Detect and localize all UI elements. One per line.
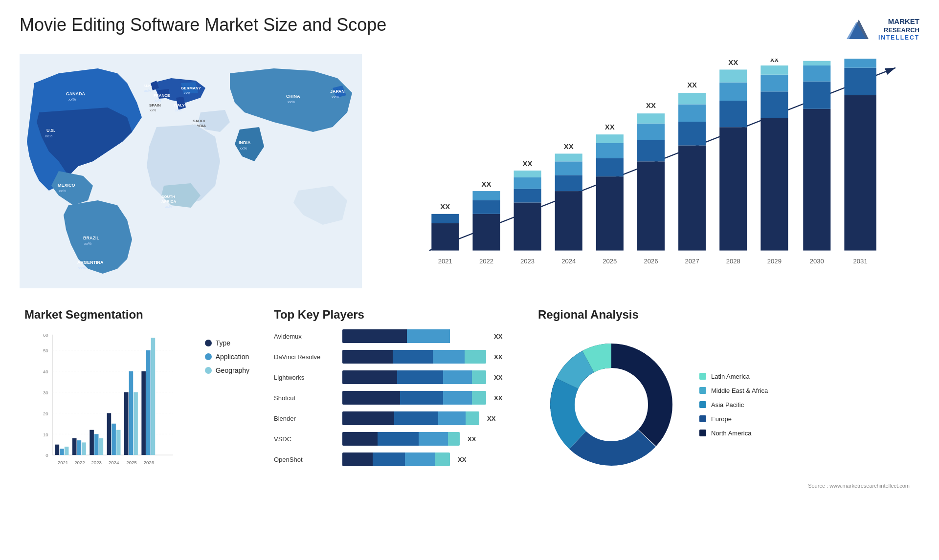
svg-rect-75 <box>719 127 747 250</box>
legend-asia-pacific: Asia Pacific <box>699 401 768 409</box>
legend-mea: Middle East & Africa <box>699 387 768 394</box>
svg-rect-58 <box>596 158 624 176</box>
svg-rect-126 <box>116 430 121 455</box>
svg-rect-128 <box>124 392 129 455</box>
bottom-section: Market Segmentation 0 10 20 30 <box>20 303 919 560</box>
svg-text:20: 20 <box>43 411 48 416</box>
svg-text:2030: 2030 <box>810 258 824 265</box>
donut-legend: Latin America Middle East & Africa Asia … <box>699 373 768 437</box>
svg-rect-45 <box>514 202 541 250</box>
svg-rect-41 <box>472 200 500 214</box>
svg-text:xx%: xx% <box>84 241 91 246</box>
svg-text:60: 60 <box>43 332 48 338</box>
legend-label-geography: Geography <box>216 366 249 374</box>
svg-rect-59 <box>596 143 624 158</box>
svg-text:2027: 2027 <box>685 258 699 265</box>
svg-text:xx%: xx% <box>59 189 66 193</box>
svg-rect-42 <box>472 191 500 200</box>
player-val: XX <box>494 374 509 381</box>
svg-text:2031: 2031 <box>853 258 868 265</box>
svg-rect-76 <box>719 101 747 127</box>
player-row-shotcut: Shotcut XX <box>274 391 509 405</box>
svg-rect-77 <box>719 83 747 101</box>
player-name: Avidemux <box>274 333 337 340</box>
svg-text:XX: XX <box>564 142 574 151</box>
legend-color-north-america <box>699 430 706 436</box>
svg-rect-54 <box>555 153 582 161</box>
svg-text:XX: XX <box>523 159 533 168</box>
player-row-vsdc: VSDC XX <box>274 432 509 446</box>
svg-rect-60 <box>596 134 624 143</box>
donut-area: Latin America Middle East & Africa Asia … <box>538 331 910 478</box>
svg-rect-121 <box>94 434 99 455</box>
player-bar <box>342 411 479 425</box>
logo-icon <box>844 15 873 44</box>
svg-rect-82 <box>760 91 788 118</box>
svg-rect-46 <box>514 189 541 202</box>
legend-europe: Europe <box>699 415 768 423</box>
legend-label: Latin America <box>711 373 750 380</box>
svg-text:MEXICO: MEXICO <box>58 183 75 188</box>
svg-rect-89 <box>803 65 830 82</box>
svg-text:GERMANY: GERMANY <box>181 86 201 90</box>
player-bar <box>342 350 486 364</box>
svg-rect-87 <box>803 109 830 251</box>
legend-label: Middle East & Africa <box>711 387 768 394</box>
legend-label: Asia Pacific <box>711 401 744 409</box>
svg-rect-65 <box>637 124 665 140</box>
svg-text:xx%: xx% <box>184 91 190 95</box>
svg-text:SPAIN: SPAIN <box>149 103 161 108</box>
svg-text:xx%: xx% <box>288 100 295 104</box>
svg-rect-120 <box>89 430 94 455</box>
player-name: VSDC <box>274 435 337 443</box>
logo-text: MARKET RESEARCH INTELLECT <box>878 17 919 42</box>
svg-text:xx%: xx% <box>150 108 156 112</box>
svg-rect-114 <box>65 447 69 455</box>
svg-text:50: 50 <box>43 348 48 353</box>
svg-text:xx%: xx% <box>175 108 181 112</box>
svg-rect-72 <box>678 93 706 104</box>
svg-rect-129 <box>129 371 134 455</box>
svg-text:BRAZIL: BRAZIL <box>83 236 99 240</box>
svg-text:U.S.: U.S. <box>46 128 55 133</box>
svg-text:2026: 2026 <box>144 460 154 465</box>
legend-color-asia-pacific <box>699 401 706 408</box>
regional-analysis: Regional Analysis Latin Americ <box>528 303 919 560</box>
player-bar <box>342 391 486 405</box>
svg-rect-70 <box>678 122 706 146</box>
legend-color-mea <box>699 387 706 394</box>
player-bar <box>342 432 460 446</box>
svg-text:CHINA: CHINA <box>286 94 300 99</box>
legend-latin-america: Latin America <box>699 373 768 380</box>
player-name: OpenShot <box>274 456 337 463</box>
svg-text:2021: 2021 <box>438 258 452 265</box>
legend-label: Europe <box>711 415 732 423</box>
player-row-avidemux: Avidemux XX <box>274 329 509 343</box>
legend-north-america: North America <box>699 430 768 437</box>
svg-rect-57 <box>596 176 624 250</box>
svg-text:2024: 2024 <box>109 460 119 465</box>
legend-geography: Geography <box>205 366 249 374</box>
svg-text:SOUTH: SOUTH <box>161 194 175 199</box>
svg-text:CANADA: CANADA <box>66 91 85 96</box>
player-name: Blender <box>274 415 337 422</box>
svg-text:XX: XX <box>481 180 491 188</box>
player-row-davinci: DaVinci Resolve XX <box>274 350 509 364</box>
player-row-lightworks: Lightworks XX <box>274 370 509 384</box>
svg-text:xx%: xx% <box>165 205 172 208</box>
donut-chart-svg <box>538 331 685 478</box>
svg-text:XX: XX <box>813 59 822 59</box>
svg-text:2023: 2023 <box>520 258 535 265</box>
svg-text:2022: 2022 <box>479 258 493 265</box>
legend-label: North America <box>711 430 751 437</box>
bar-chart-svg: XX 2021 XX 2022 XX 2023 XX 2024 <box>406 59 910 269</box>
svg-rect-90 <box>803 61 830 65</box>
player-val: XX <box>487 415 502 422</box>
segmentation-title: Market Segmentation <box>24 308 249 322</box>
svg-text:AFRICA: AFRICA <box>161 199 176 204</box>
svg-text:XX: XX <box>646 101 656 109</box>
svg-text:xx%: xx% <box>144 89 151 92</box>
svg-text:2025: 2025 <box>603 258 617 265</box>
svg-text:30: 30 <box>43 390 48 395</box>
svg-rect-84 <box>760 65 788 75</box>
